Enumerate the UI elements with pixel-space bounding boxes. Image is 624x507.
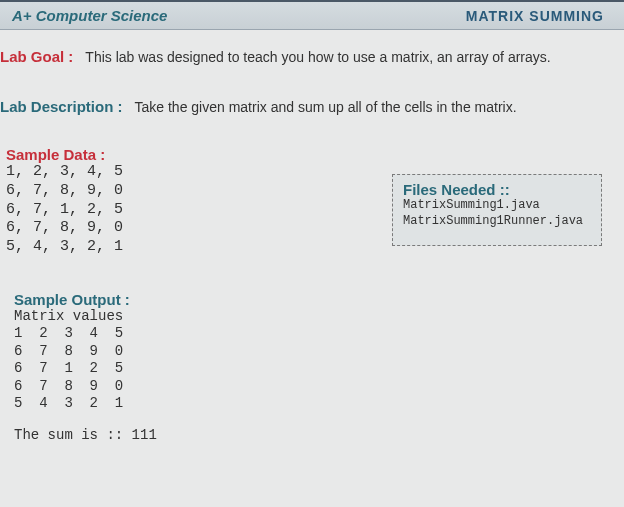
header-bar: A+ Computer Science MATRIX SUMMING: [0, 0, 624, 30]
lab-desc-value: Take the given matrix and sum up all of …: [135, 99, 517, 115]
lab-goal-section: Lab Goal : This lab was designed to teac…: [0, 48, 624, 66]
sample-output-sum: The sum is :: 111: [0, 427, 624, 445]
files-needed-label: Files Needed ::: [403, 181, 591, 198]
files-needed-box: Files Needed :: MatrixSumming1.java Matr…: [392, 174, 602, 246]
course-title: A+ Computer Science: [0, 7, 466, 24]
lab-desc-section: Lab Description : Take the given matrix …: [0, 98, 624, 116]
lab-title: MATRIX SUMMING: [466, 8, 624, 24]
sample-data-label: Sample Data :: [0, 146, 624, 163]
lab-desc-label: Lab Description :: [0, 98, 123, 115]
sample-output-label: Sample Output :: [0, 291, 624, 308]
files-needed-list: MatrixSumming1.java MatrixSumming1Runner…: [403, 198, 591, 229]
lab-desc-spacer: [127, 99, 135, 115]
lab-goal-value: This lab was designed to teach you how t…: [85, 49, 550, 65]
sample-output-header: Matrix values: [0, 308, 624, 326]
lab-goal-label: Lab Goal :: [0, 48, 73, 65]
sample-output-rows: 1 2 3 4 5 6 7 8 9 0 6 7 1 2 5 6 7 8 9 0 …: [0, 325, 624, 413]
